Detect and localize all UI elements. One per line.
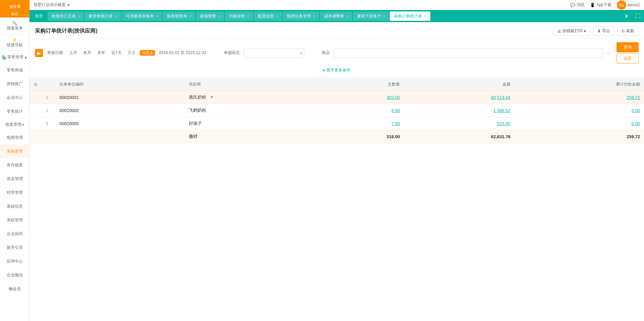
tab-close-icon[interactable]: × — [247, 14, 249, 18]
tab-close-icon[interactable]: × — [424, 14, 426, 18]
sidebar-item-enterprise[interactable]: 企业协同 — [0, 227, 29, 241]
paid-amount-link[interactable]: 0.00 — [632, 108, 640, 113]
goods-input[interactable] — [334, 48, 603, 58]
sidebar-item-purchase[interactable]: 采购管理 — [0, 145, 29, 158]
custom-date-badge[interactable]: 自定义 — [140, 50, 155, 56]
sidebar-item-retail-mall[interactable]: 零售商城 — [0, 63, 29, 77]
sidebar-logo-label: 标题 — [11, 12, 18, 16]
sidebar-item-appstore[interactable]: 应用中心 — [0, 255, 29, 268]
sidebar-item-wholesale[interactable]: 批发管理 ▾ — [0, 118, 29, 131]
main-qty-link[interactable]: 7.00 — [391, 121, 400, 126]
tab-receive-summary[interactable]: 收发存汇总表 × — [48, 11, 84, 21]
sidebar-item-member[interactable]: 会员中心 — [0, 91, 29, 105]
sidebar-item-basic[interactable]: 基础信息 — [0, 200, 29, 213]
amount-link[interactable]: 1,586.52 — [493, 108, 511, 113]
table-row[interactable]: 2 00020002 飞鹤奶粉 6.00 1,586.52 0.00 — [30, 104, 644, 117]
table-row[interactable]: 1 00020001 惠氏奶粉 ▼ 303.00 60,519.44 — [30, 91, 644, 104]
expand-more-button[interactable]: ▾ 展开更多条件 — [35, 66, 639, 74]
sidebar-item-finance[interactable]: 资金管理 — [0, 172, 29, 186]
shortcut-last-month[interactable]: 上月 — [67, 49, 79, 56]
row-supplier-name: 惠氏奶粉 ▼ — [185, 91, 318, 104]
footer-empty-2 — [42, 130, 55, 143]
status-select[interactable] — [244, 48, 304, 58]
table-header: ⚙ 往来单位编码 供应商 主数量 金额 累计付款金额 — [30, 78, 644, 91]
sidebar-logo[interactable]: 畅捷通 标题 — [0, 0, 30, 17]
column-settings-icon[interactable]: ⚙ — [34, 82, 38, 87]
sidebar-item-marketing[interactable]: 营销推广 — [0, 77, 29, 91]
col-main-qty: 主数量 — [318, 78, 404, 91]
settings-button[interactable]: 设置 — [616, 54, 639, 63]
tab-inventory-ledger[interactable]: 可用量库存账本 × — [122, 11, 162, 21]
amount-link[interactable]: 525.80 — [497, 121, 511, 126]
sidebar-item-vip[interactable]: 畅会员 — [0, 282, 29, 296]
shortcut-more[interactable]: 更多 — [126, 49, 138, 56]
user-profile[interactable]: Ea demo2 — [617, 0, 640, 10]
app-download-button[interactable]: 📱 App下载 — [590, 2, 611, 8]
workspace-name: 母婴行业演示账套 — [34, 2, 66, 8]
sidebar-group-wholesale: 批发管理 ▾ — [0, 118, 29, 131]
tab-invite-downstream[interactable]: 邀请下游客户 × — [353, 11, 389, 21]
tab-purchase-stats[interactable]: 要货单统计表 × — [85, 11, 121, 21]
tab-overstock-warning[interactable]: 超储预警 × — [196, 11, 224, 21]
tab-maximize-button[interactable]: ⛶ — [633, 12, 643, 20]
sidebar-item-operations[interactable]: 经营管理 — [0, 186, 29, 200]
tab-function-desc[interactable]: 功能说明 × — [225, 11, 253, 21]
message-button[interactable]: 💬 消息 — [570, 2, 585, 8]
workspace-selector[interactable]: 母婴行业演示账套 ▾ — [34, 2, 70, 8]
filter-row-1: ▶ 单据日期 上月 本月 本年 近7天 更多 自定义 2016-01-01 至 … — [35, 42, 639, 63]
top-right-icons: 💬 消息 📱 App下载 Ea demo2 — [570, 0, 640, 10]
goods-more-icon[interactable]: ⋯ — [607, 50, 612, 56]
paid-amount-link[interactable]: 0.00 — [632, 121, 640, 126]
footer-label: 合计 — [185, 130, 318, 143]
tab-close-icon[interactable]: × — [346, 14, 348, 18]
tab-close-icon[interactable]: × — [276, 14, 278, 18]
amount-link[interactable]: 60,519.44 — [491, 95, 511, 100]
tab-close-icon[interactable]: × — [383, 14, 385, 18]
sidebar-item-system[interactable]: 系统管理 — [0, 213, 29, 227]
sidebar-item-retail[interactable]: 🏪 零售管理 ▲ — [0, 51, 29, 63]
table-row[interactable]: 3 00020005 好孩子 7.00 525.80 0.00 — [30, 117, 644, 130]
tab-purchase-order-stats[interactable]: 采购订单统计表 × — [390, 11, 430, 21]
col-settings: ⚙ — [30, 78, 42, 91]
paid-amount-link[interactable]: 259.72 — [627, 95, 640, 100]
query-button[interactable]: 查询 — [616, 42, 639, 52]
sidebar-item-newbie[interactable]: 新手引导 — [0, 241, 29, 255]
sidebar-item-ecommerce[interactable]: 电商管理 — [0, 131, 29, 145]
print-icon: 🖨 — [557, 29, 561, 34]
tab-picking-task[interactable]: 拣货任务管理 × — [283, 11, 319, 21]
shortcut-this-year[interactable]: 本年 — [95, 49, 107, 56]
footer-amount: 62,631.76 — [404, 130, 514, 143]
main-qty-link[interactable]: 6.00 — [391, 108, 400, 113]
svg-text:畅捷通: 畅捷通 — [9, 4, 20, 8]
row-main-qty: 303.00 — [318, 91, 404, 104]
tab-cost-adjust[interactable]: 成本调整单 × — [320, 11, 352, 21]
sidebar-group-retail: 🏪 零售管理 ▲ — [0, 51, 29, 63]
shortcut-7days[interactable]: 近7天 — [109, 49, 124, 56]
sidebar-item-wechat[interactable]: 企业微信 — [0, 268, 29, 282]
tab-home[interactable]: 首页 — [31, 11, 47, 21]
print-button[interactable]: 🖨 按模板打印 ▾ — [553, 26, 590, 36]
print-dropdown-icon: ▾ — [584, 29, 586, 34]
refresh-button[interactable]: ↻ 刷新 — [617, 26, 639, 36]
tab-close-icon[interactable]: × — [115, 14, 117, 18]
main-qty-link[interactable]: 303.00 — [387, 95, 400, 100]
tab-close-all-button[interactable]: ✕ — [622, 12, 631, 20]
tab-expiry-query[interactable]: 保质期查询 × — [163, 11, 195, 21]
top-workspace-bar: 母婴行业演示账套 ▾ 💬 消息 📱 App下载 Ea demo2 — [30, 0, 644, 10]
tab-config-info[interactable]: 配置信息 × — [254, 11, 282, 21]
sidebar-item-inventory[interactable]: 库存核算 — [0, 158, 29, 172]
tab-close-icon[interactable]: × — [156, 14, 158, 18]
chevron-down-icon: ▾ — [22, 123, 24, 126]
sidebar-item-retail-stat[interactable]: 零售统计 — [0, 105, 29, 118]
sidebar-item-quick-nav[interactable]: ⚡ 快捷导航 — [0, 35, 29, 51]
expand-row-icon[interactable]: ▼ — [210, 95, 214, 100]
tab-close-icon[interactable]: × — [78, 14, 80, 18]
shortcut-this-month[interactable]: 本月 — [81, 49, 93, 56]
export-button[interactable]: ⬇ 导出 — [593, 26, 614, 36]
tab-close-icon[interactable]: × — [218, 14, 220, 18]
tab-close-icon[interactable]: × — [189, 14, 191, 18]
filter-toggle-button[interactable]: ▶ — [35, 49, 43, 57]
sidebar-item-search[interactable]: 🔍 搜索英单 — [0, 17, 29, 35]
sidebar: 畅捷通 标题 🔍 搜索英单 ⚡ 快捷导航 🏪 零售管理 ▲ 零售商城 营销推广 … — [0, 0, 30, 321]
tab-close-icon[interactable]: × — [313, 14, 315, 18]
